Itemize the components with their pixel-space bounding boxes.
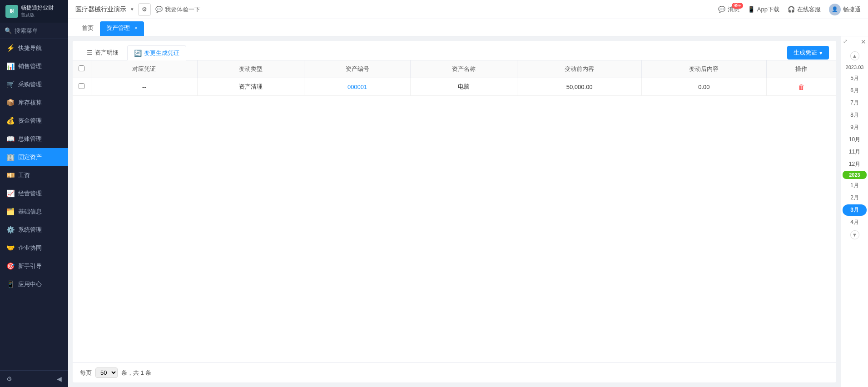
- sidebar-item-label: 资金管理: [18, 117, 42, 125]
- col-asset-code: 资产编号: [304, 60, 411, 78]
- table-header-checkbox: [73, 60, 91, 78]
- sidebar-item-enterprise[interactable]: 🤝 企业协同: [0, 239, 68, 257]
- sidebar-item-label: 系统管理: [18, 226, 42, 234]
- col-before: 变动前内容: [517, 60, 642, 78]
- sub-tab-asset-detail-label: 资产明细: [95, 49, 119, 57]
- page-tabs: 首页 资产管理 ×: [68, 19, 868, 36]
- sidebar-item-fixed-assets[interactable]: 🏢 固定资产: [0, 148, 68, 166]
- sidebar-bottom: ⚙ ◀: [0, 370, 68, 387]
- customer-service-icon: 🎧: [788, 6, 795, 13]
- row-checkbox[interactable]: [79, 83, 84, 89]
- generate-voucher-icon: 🔄: [134, 50, 142, 57]
- customer-service-btn[interactable]: 🎧 在线客服: [788, 5, 821, 14]
- messages-btn[interactable]: 💬 消息 99+: [718, 5, 739, 14]
- settings-icon[interactable]: ⚙: [6, 375, 12, 382]
- content-area: ☰ 资产明细 🔄 变更生成凭证 生成凭证 ▾: [68, 36, 868, 387]
- sidebar-item-ledger[interactable]: 📖 总账管理: [0, 130, 68, 148]
- sidebar-item-capital[interactable]: 💰 资金管理: [0, 112, 68, 130]
- main-wrapper: 医疗器械行业演示 ▾ ⚙ 💬 我要体验一下 💬 消息 99+ 📱 App下载 🎧…: [68, 0, 868, 387]
- sidebar-item-label: 快捷导航: [18, 44, 42, 52]
- row-checkbox-cell: [73, 78, 91, 96]
- sidebar-item-sales[interactable]: 📊 销售管理: [0, 57, 68, 75]
- scroll-down-btn[interactable]: ▼: [850, 230, 859, 239]
- per-page-label: 每页: [80, 369, 92, 377]
- operations-icon: 📈: [6, 189, 15, 198]
- search-menu[interactable]: 🔍 搜索菜单: [0, 23, 68, 39]
- row-change-type: 资产清理: [198, 78, 304, 96]
- right-calendar-panel: ✕ ⤢ ▲ 2023.03 5月 6月 7月 8月 9月 10月 11月 12月…: [841, 36, 868, 387]
- app-logo-text: 畅捷通好业财 普及版: [21, 5, 54, 18]
- cal-month-1[interactable]: 1月: [843, 180, 867, 191]
- sidebar-item-label: 经营管理: [18, 189, 42, 198]
- app-logo-icon: 财: [5, 5, 18, 18]
- sub-tab-asset-detail[interactable]: ☰ 资产明细: [80, 45, 125, 60]
- search-menu-label: 搜索菜单: [15, 27, 38, 35]
- sidebar-item-purchase[interactable]: 🛒 采购管理: [0, 75, 68, 94]
- total-label: 条，共 1 条: [121, 369, 151, 377]
- sidebar-item-system[interactable]: ⚙️ 系统管理: [0, 221, 68, 239]
- company-name: 医疗器械行业演示: [75, 5, 126, 14]
- sub-tab-generate-voucher-label: 变更生成凭证: [144, 49, 179, 57]
- system-icon: ⚙️: [6, 226, 15, 234]
- expand-panel-btn[interactable]: ⤢: [843, 38, 848, 45]
- sidebar-item-label: 新手引导: [18, 262, 42, 270]
- close-panel-btn[interactable]: ✕: [861, 38, 866, 45]
- header-settings-btn[interactable]: ⚙: [138, 3, 151, 16]
- cal-month-11[interactable]: 11月: [843, 146, 867, 158]
- experience-btn[interactable]: 💬 我要体验一下: [155, 5, 200, 14]
- sub-tabs: ☰ 资产明细 🔄 变更生成凭证 生成凭证 ▾: [73, 41, 836, 60]
- generate-btn-dropdown-icon: ▾: [819, 50, 823, 56]
- sidebar-item-operations[interactable]: 📈 经营管理: [0, 184, 68, 203]
- cal-month-12[interactable]: 12月: [843, 159, 867, 170]
- cal-month-5[interactable]: 5月: [843, 73, 867, 84]
- app-center-icon: 📱: [6, 280, 15, 288]
- user-menu[interactable]: 👤 畅捷通: [829, 4, 861, 15]
- cal-month-4[interactable]: 4月: [843, 217, 867, 228]
- sidebar-item-label: 总账管理: [18, 135, 42, 143]
- select-all-checkbox[interactable]: [79, 65, 84, 71]
- cal-month-6[interactable]: 6月: [843, 85, 867, 96]
- cal-month-3-current[interactable]: 3月: [843, 204, 867, 216]
- sidebar-item-app-center[interactable]: 📱 应用中心: [0, 275, 68, 293]
- table-header-row: 对应凭证 变动类型 资产编号 资产名称 变动前内容 变动后内容 操作: [73, 60, 836, 78]
- sidebar-item-label: 固定资产: [18, 153, 42, 161]
- sidebar-item-label: 采购管理: [18, 80, 42, 89]
- sidebar-item-guide[interactable]: 🎯 新手引导: [0, 257, 68, 275]
- tab-close-icon[interactable]: ×: [134, 25, 138, 31]
- sidebar-item-inventory[interactable]: 📦 库存核算: [0, 94, 68, 112]
- sidebar-item-basic-info[interactable]: 🗂️ 基础信息: [0, 203, 68, 221]
- cal-month-2[interactable]: 2月: [843, 192, 867, 203]
- table-footer: 每页 50 条，共 1 条: [73, 362, 836, 382]
- cal-month-8[interactable]: 8月: [843, 109, 867, 121]
- cal-month-9[interactable]: 9月: [843, 122, 867, 133]
- row-delete-button[interactable]: 🗑: [798, 83, 805, 91]
- app-download-btn[interactable]: 📱 App下载: [748, 5, 779, 14]
- cal-month-7[interactable]: 7月: [843, 97, 867, 109]
- sidebar-item-salary[interactable]: 💴 工资: [0, 166, 68, 184]
- content-main: ☰ 资产明细 🔄 变更生成凭证 生成凭证 ▾: [73, 41, 836, 382]
- user-name: 畅捷通: [843, 5, 861, 14]
- row-before: 50,000.00: [517, 78, 642, 96]
- sub-tabs-left: ☰ 资产明细 🔄 变更生成凭证: [80, 45, 186, 60]
- header-left: 医疗器械行业演示 ▾ ⚙ 💬 我要体验一下: [75, 3, 200, 16]
- salary-icon: 💴: [6, 171, 15, 179]
- tab-home[interactable]: 首页: [75, 21, 100, 36]
- cal-prev-year-label: 2023.03: [843, 63, 867, 72]
- company-dropdown[interactable]: ▾: [131, 6, 134, 12]
- page-size-select[interactable]: 50: [95, 367, 118, 378]
- sidebar: 财 畅捷通好业财 普及版 🔍 搜索菜单 ⚡ 快捷导航 📊 销售管理 🛒 采购管理…: [0, 0, 68, 387]
- ledger-icon: 📖: [6, 135, 15, 143]
- collapse-icon[interactable]: ◀: [57, 375, 62, 382]
- tab-asset-management[interactable]: 资产管理 ×: [100, 21, 144, 36]
- table-row: -- 资产清理 000001 电脑 50,000.00 0.00 🗑: [73, 78, 836, 96]
- sidebar-item-quick-nav[interactable]: ⚡ 快捷导航: [0, 39, 68, 57]
- scroll-up-btn[interactable]: ▲: [850, 51, 859, 60]
- sidebar-item-label: 基础信息: [18, 208, 42, 216]
- sidebar-item-label: 库存核算: [18, 99, 42, 107]
- cal-month-10[interactable]: 10月: [843, 134, 867, 145]
- sub-tab-generate-voucher[interactable]: 🔄 变更生成凭证: [127, 45, 186, 60]
- generate-voucher-button[interactable]: 生成凭证 ▾: [787, 46, 829, 60]
- row-asset-code[interactable]: 000001: [304, 78, 411, 96]
- row-voucher: --: [91, 78, 198, 96]
- sidebar-item-label: 企业协同: [18, 244, 42, 252]
